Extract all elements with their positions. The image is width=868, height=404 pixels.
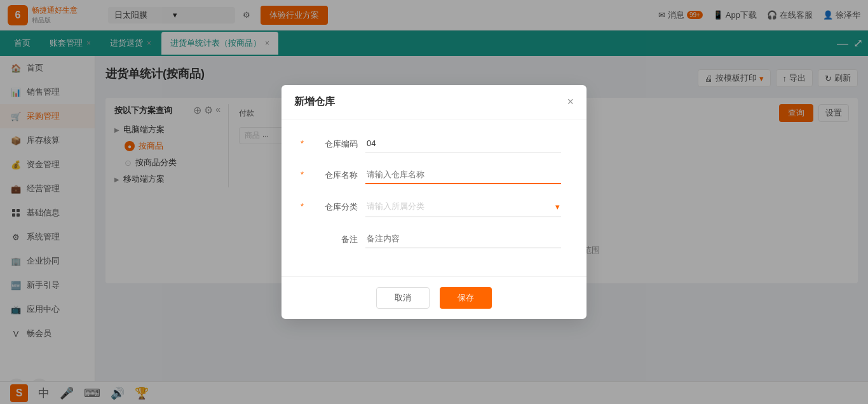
form-row-code: 仓库编码	[307, 135, 561, 153]
add-warehouse-modal: 新增仓库 × 仓库编码 仓库名称 仓库分类 请输入所属分类 ▾	[281, 85, 587, 319]
code-input[interactable]	[365, 135, 561, 153]
code-label: 仓库编码	[307, 138, 358, 150]
modal-overlay: 新增仓库 × 仓库编码 仓库名称 仓库分类 请输入所属分类 ▾	[0, 0, 868, 404]
name-input[interactable]	[365, 166, 561, 184]
name-label: 仓库名称	[307, 170, 358, 181]
form-row-category: 仓库分类 请输入所属分类 ▾	[307, 197, 561, 217]
form-row-name: 仓库名称	[307, 166, 561, 184]
note-input[interactable]	[365, 230, 561, 248]
category-arrow-icon: ▾	[555, 202, 560, 212]
cancel-btn[interactable]: 取消	[376, 287, 430, 309]
modal-body: 仓库编码 仓库名称 仓库分类 请输入所属分类 ▾ 备注	[281, 119, 587, 276]
form-row-note: 备注	[307, 230, 561, 248]
modal-title: 新增仓库	[294, 95, 335, 109]
modal-footer: 取消 保存	[281, 276, 587, 319]
modal-close-btn[interactable]: ×	[567, 95, 574, 109]
note-label: 备注	[307, 234, 358, 245]
category-label: 仓库分类	[307, 201, 358, 213]
category-select[interactable]: 请输入所属分类 ▾	[365, 197, 561, 217]
modal-header: 新增仓库 ×	[281, 85, 587, 119]
save-btn[interactable]: 保存	[440, 287, 492, 309]
